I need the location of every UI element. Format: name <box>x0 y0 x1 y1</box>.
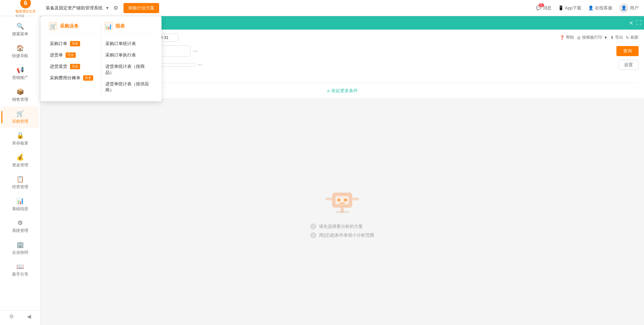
sidebar-item-label: 库存核算 <box>12 140 28 146</box>
settings-btn-area: 设置 <box>618 60 639 70</box>
online-service-btn[interactable]: 👤 在线客服 <box>588 5 612 11</box>
sidebar-bottom: ⚙ ◀ <box>0 310 40 322</box>
service-icon: 👤 <box>588 5 594 10</box>
header-settings-icon[interactable]: ⚙ <box>113 5 118 11</box>
guide-icon: 📖 <box>16 263 24 270</box>
history-badge-2: 历史 <box>70 64 80 69</box>
sidebar-item-search[interactable]: 🔍 搜索菜单 <box>1 19 39 40</box>
history-badge-0: 历史 <box>70 41 80 46</box>
dropdown-section: 🛒 采购业务 采购订单 历史 进货单 历史 进货退货 历史 采购费用分摊单 历史 <box>46 22 156 96</box>
operations-icon: 📋 <box>16 175 24 183</box>
messages-btn[interactable]: 💬 5 消息 <box>536 5 551 11</box>
print-btn[interactable]: 🖨 按模板打印 ▼ <box>577 35 608 40</box>
salesperson-more-btn[interactable]: ··· <box>198 62 202 68</box>
sidebar-item-marketing[interactable]: 📢 营销推广 <box>1 63 39 84</box>
purchase-report-col: 📊 报表 采购订单统计表 采购订单执行表 进货单统计表（按商品） 进货单统计表（… <box>101 22 156 96</box>
sidebar-item-system[interactable]: ⚙ 系统管理 <box>1 216 39 237</box>
sidebar-item-basic-info[interactable]: 📊 基础信息 <box>1 194 39 215</box>
svg-rect-6 <box>335 211 349 213</box>
sidebar-collapse-btn[interactable]: ◀ <box>27 313 31 320</box>
export-icon: ⬆ <box>610 35 614 40</box>
export-btn[interactable]: ⬆ 导出 <box>610 35 623 40</box>
sidebar-item-label: 采购管理 <box>12 119 28 124</box>
finance-icon: 💰 <box>16 154 24 161</box>
step-2-icon: 2 <box>310 232 316 238</box>
menu-item-report-inbound-supplier[interactable]: 进货单统计表（按供应商） <box>104 78 154 96</box>
message-icon: 💬 5 <box>536 5 541 10</box>
business-col-icon: 🛒 <box>48 22 58 31</box>
refresh-icon: ↻ <box>626 35 629 40</box>
query-btn-area: 查询 <box>616 46 639 56</box>
report-col-title: 📊 报表 <box>104 22 154 34</box>
sidebar-item-sales[interactable]: 📦 销售管理 <box>1 85 39 106</box>
empty-text: 1 请先选择要分析的方案 2 用[过滤]条件来缩小分析范围 <box>310 224 374 238</box>
home-icon: 🏠 <box>16 44 24 52</box>
svg-rect-7 <box>325 198 332 200</box>
sidebar: 🔍 搜索菜单 🏠 快捷导航 📢 营销推广 📦 销售管理 🛒 采购管理 🔒 库存核… <box>0 16 40 325</box>
svg-rect-8 <box>352 198 359 200</box>
purchase-icon: 🛒 <box>16 110 24 117</box>
header-right: 💬 5 消息 📱 App下载 👤 在线客服 👤 用户 <box>536 3 639 13</box>
sidebar-item-label: 搜索菜单 <box>12 31 28 37</box>
report-col-icon: 📊 <box>104 22 113 31</box>
purchase-dropdown-menu: 🛒 采购业务 采购订单 历史 进货单 历史 进货退货 历史 采购费用分摊单 历史 <box>40 16 162 101</box>
sidebar-item-finance[interactable]: 💰 资金管理 <box>1 150 39 171</box>
menu-item-report-order-stat[interactable]: 采购订单统计表 <box>104 38 154 49</box>
menu-item-report-order-exec[interactable]: 采购订单执行表 <box>104 49 154 61</box>
app-download-btn[interactable]: 📱 App下载 <box>558 5 581 11</box>
system-title-dropdown[interactable]: ▼ <box>105 6 109 10</box>
sidebar-settings-btn[interactable]: ⚙ <box>9 313 14 320</box>
help-icon: ❓ <box>560 35 565 40</box>
query-btn[interactable]: 查询 <box>616 46 639 56</box>
refresh-btn[interactable]: ↻ 刷新 <box>626 35 639 40</box>
industry-btn[interactable]: 体验行业方案 <box>123 3 159 13</box>
marketing-icon: 📢 <box>16 66 24 74</box>
history-badge-3: 历史 <box>83 75 93 81</box>
print-icon: 🖨 <box>577 35 581 40</box>
empty-tip-1: 1 请先选择要分析的方案 <box>310 224 363 230</box>
sales-icon: 📦 <box>16 88 24 95</box>
business-col-title: 🛒 采购业务 <box>48 22 98 34</box>
menu-item-report-inbound-goods[interactable]: 进货单统计表（按商品） <box>104 61 154 78</box>
inventory-icon: 🔒 <box>16 132 24 139</box>
enterprise-icon: 🏢 <box>16 241 24 248</box>
avatar: 👤 <box>619 3 629 13</box>
sidebar-item-label: 营销推广 <box>12 75 28 81</box>
tab-close-window-btn[interactable]: ✕ <box>629 20 633 26</box>
header-title-area: 装备及固定资产辅助管理系统 ▼ ⚙ 体验行业方案 <box>46 3 536 13</box>
menu-item-purchase-return[interactable]: 进货退货 历史 <box>48 61 98 72</box>
help-btn[interactable]: ❓ 帮助 <box>560 35 574 40</box>
tab-maximize-btn[interactable]: ⛶ <box>636 20 641 26</box>
settings-btn[interactable]: 设置 <box>618 60 639 70</box>
empty-state: 1 请先选择要分析的方案 2 用[过滤]条件来缩小分析范围 <box>40 99 644 325</box>
phone-icon: 📱 <box>558 5 564 10</box>
collapse-btn[interactable]: ∧ 收起更多条件 <box>327 85 358 96</box>
goods-more-btn[interactable]: ··· <box>193 48 198 54</box>
sidebar-item-guide[interactable]: 📖 新手引导 <box>1 259 39 281</box>
sidebar-item-label: 经营管理 <box>12 184 28 190</box>
empty-tip-2: 2 用[过滤]条件来缩小分析范围 <box>310 232 374 238</box>
collapse-icon: ∧ <box>327 88 330 93</box>
purchase-business-col: 🛒 采购业务 采购订单 历史 进货单 历史 进货退货 历史 采购费用分摊单 历史 <box>46 22 101 96</box>
system-title: 装备及固定资产辅助管理系统 <box>46 5 103 11</box>
sidebar-item-inventory[interactable]: 🔒 库存核算 <box>1 128 39 150</box>
sidebar-item-label: 快捷导航 <box>12 53 28 59</box>
menu-item-purchase-expense[interactable]: 采购费用分摊单 历史 <box>48 72 98 84</box>
sidebar-item-quick-nav[interactable]: 🏠 快捷导航 <box>1 41 39 62</box>
svg-point-2 <box>337 199 340 201</box>
menu-item-purchase-order[interactable]: 采购订单 历史 <box>48 38 98 49</box>
search-icon: 🔍 <box>16 23 24 30</box>
sidebar-item-operations[interactable]: 📋 经营管理 <box>1 172 39 193</box>
sidebar-item-label: 新手引导 <box>12 272 28 277</box>
user-btn[interactable]: 👤 用户 <box>619 3 639 13</box>
empty-illustration <box>322 186 362 219</box>
menu-item-purchase-in[interactable]: 进货单 历史 <box>48 49 98 61</box>
svg-rect-4 <box>339 203 345 204</box>
sidebar-item-enterprise[interactable]: 🏢 企业协同 <box>1 238 39 259</box>
sidebar-item-purchase[interactable]: 🛒 采购管理 <box>1 107 39 128</box>
sidebar-item-label: 基础信息 <box>12 206 28 212</box>
tab-bar-right: ✕ ⛶ <box>629 20 641 26</box>
sidebar-item-label: 销售管理 <box>12 97 28 103</box>
sidebar-item-label: 企业协同 <box>12 250 28 255</box>
toolbar-actions: ❓ 帮助 🖨 按模板打印 ▼ ⬆ 导出 ↻ 刷新 <box>560 35 639 40</box>
